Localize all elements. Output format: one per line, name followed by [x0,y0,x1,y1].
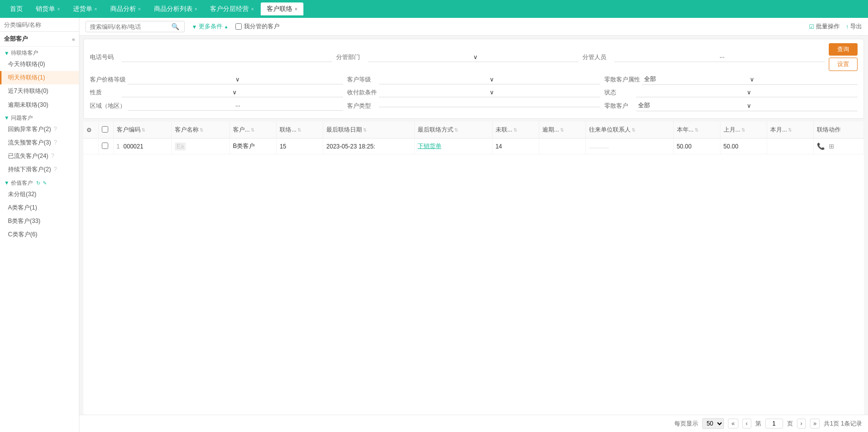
nav-close-icon[interactable]: × [138,6,141,12]
col-contact: 联络... ⇅ [277,122,323,139]
sidebar-item-unclassified[interactable]: 未分组(32) [0,188,79,201]
row-gear-cell [83,139,98,154]
gear-icon[interactable]: ⚙ [86,127,92,134]
filter-dept-select[interactable]: ∨ [368,53,579,62]
last-page-button[interactable]: » [810,419,820,429]
sort-icon[interactable]: ⇅ [560,128,564,133]
query-button[interactable]: 查询 [829,43,858,56]
phone-action-icon[interactable]: 📞 [817,143,825,150]
col-overdue: 逾期... ⇅ [539,122,585,139]
sidebar-item-churned[interactable]: 已流失客户(24) ? [0,149,79,163]
filter-price-level-select[interactable]: ∨ [128,75,343,84]
nav-customer-tier[interactable]: 客户分层经营 × [204,2,260,15]
sidebar-search-input[interactable] [4,21,78,28]
row-checkbox[interactable] [102,143,108,149]
export-button[interactable]: ↑ 导出 [846,22,862,31]
all-customers-header[interactable]: 全部客户 « [0,32,79,47]
help-icon[interactable]: ? [51,152,55,159]
nav-product-analysis-list[interactable]: 商品分析列表 × [148,2,204,15]
content-area: 🔍 ▼ 更多条件 ▲ 我分管的客户 ☑ 批量操作 ↑ 导出 [79,18,868,432]
sidebar-item-class-b[interactable]: B类客户(33) [0,215,79,228]
filter-customer-level-select[interactable]: ∨ [379,75,600,84]
edit-icon[interactable]: ✎ [43,180,47,186]
nav-close-icon[interactable]: × [94,6,97,12]
sidebar-item-churn-warning[interactable]: 流失预警客户(3) ? [0,136,79,149]
triangle-icon: ▼ [4,115,9,121]
set-button[interactable]: 设置 [829,58,858,71]
first-page-button[interactable]: « [728,419,738,429]
row-contact-person [585,139,673,154]
nav-customer-contact[interactable]: 客户联络 × [261,2,303,15]
grid-action-icon[interactable]: ⊞ [829,143,834,150]
sidebar-item-class-c[interactable]: C类客户(6) [0,228,79,241]
sort-icon[interactable]: ⇅ [297,128,301,133]
dots-icon[interactable]: ··· [720,54,823,61]
nav-close-icon[interactable]: × [195,6,198,12]
sidebar-item-overdue[interactable]: 逾期未联络(30) [0,98,79,112]
row-checkbox-cell[interactable] [98,139,113,154]
sidebar-item-declining[interactable]: 持续下滑客户(2) ? [0,163,79,176]
filter-payment: 收付款条件 ∨ [347,88,600,97]
filter-retail-attr-select[interactable]: 全部 ∨ [642,74,858,85]
page-size-select[interactable]: 50 [702,418,724,429]
page-input[interactable] [765,419,783,429]
chevron-down-icon: ∨ [235,76,341,83]
filter-retail-customer-select[interactable]: 全部 ∨ [636,100,858,111]
search-icon[interactable]: 🔍 [171,23,179,30]
filter-phone-input[interactable] [122,53,332,62]
nav-home[interactable]: 首页 [4,2,29,15]
more-filter-button[interactable]: ▼ 更多条件 ▲ [189,21,231,32]
filter-gender: 性质 ∨ [90,88,343,97]
sort-icon[interactable]: ⇅ [142,128,145,133]
sort-icon[interactable]: ⇅ [741,128,745,133]
row-last-month: 50.00 [720,139,767,154]
filter-manager-select[interactable]: ··· [614,53,825,62]
nav-purchase-order[interactable]: 进货单 × [67,2,103,15]
col-checkbox[interactable] [98,122,113,139]
nav-sales-order[interactable]: 销货单 × [30,2,66,15]
sort-icon[interactable]: ⇅ [454,128,458,133]
batch-op-button[interactable]: ☑ 批量操作 [809,22,840,31]
nav-close-icon[interactable]: × [294,6,297,12]
sidebar-item-today[interactable]: 今天待联络(0) [0,58,79,71]
search-input[interactable] [90,23,169,30]
sort-icon[interactable]: ⇅ [513,128,517,133]
my-customers-checkbox[interactable]: 我分管的客户 [235,22,280,31]
sort-icon[interactable]: ⇅ [363,128,367,133]
refresh-icon[interactable]: ↻ [36,180,40,186]
my-customers-check[interactable] [235,23,242,30]
row-index-code: 1 000021 [113,139,171,154]
nav-product-analysis[interactable]: 商品分析 × [104,2,147,15]
collapse-icon[interactable]: « [72,36,75,42]
sort-icon[interactable]: ⇅ [251,128,255,133]
prev-page-button[interactable]: ‹ [742,419,751,429]
filter-region-select[interactable]: ··· [128,101,343,111]
select-all-checkbox[interactable] [102,126,108,133]
sort-icon[interactable]: ⇅ [788,128,792,133]
sort-icon[interactable]: ⇅ [200,128,204,133]
sidebar-group-problem: ▼ 问题客户 [0,112,79,123]
row-action: 📞 ⊞ [814,139,864,154]
chevron-up-icon: ▲ [224,24,228,29]
filter-gender-select[interactable]: ∨ [122,88,343,97]
nav-close-icon[interactable]: × [57,6,60,12]
filter-payment-select[interactable]: ∨ [379,88,600,97]
help-icon[interactable]: ? [54,139,57,146]
sidebar-item-tomorrow[interactable]: 明天待联络(1) [0,71,79,84]
col-action: 联络动作 [814,122,864,139]
nav-close-icon[interactable]: × [251,6,254,12]
sidebar-item-class-a[interactable]: A类客户(1) [0,201,79,215]
sort-icon[interactable]: ⇅ [632,128,636,133]
filter-status-select[interactable]: ∨ [636,88,858,97]
next-page-button[interactable]: › [797,419,806,429]
sidebar-item-7days[interactable]: 近7天待联络(0) [0,84,79,98]
col-gear[interactable]: ⚙ [83,122,98,139]
dots-icon[interactable]: ··· [235,102,341,109]
filter-customer-type-select[interactable] [379,105,600,107]
pagination-bar: 每页显示 50 « ‹ 第 页 › » 共1页 1条记录 [79,415,868,432]
help-icon[interactable]: ? [54,126,57,133]
sort-icon[interactable]: ⇅ [695,128,699,133]
sidebar-item-repurchase-abnormal[interactable]: 回购异常客户(2) ? [0,123,79,136]
row-no-contact-days: 14 [492,139,539,154]
help-icon[interactable]: ? [54,166,57,173]
